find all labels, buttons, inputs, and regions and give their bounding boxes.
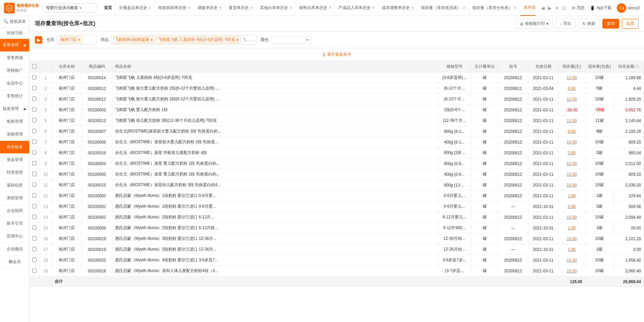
tab-close-icon[interactable]: ✕ — [250, 6, 253, 10]
row-batch: 20200612 — [498, 148, 528, 158]
tab-close-icon[interactable]: ✕ — [149, 6, 151, 10]
product-ellipsis[interactable]: 飞... — [242, 37, 250, 43]
sidebar-item-marketing[interactable]: 营销推广 — [0, 64, 29, 77]
sidebar-item-inventory[interactable]: 库存核算 — [0, 141, 29, 154]
tab-close-icon[interactable]: ✕ — [329, 6, 331, 10]
refresh-button[interactable]: ↻ 刷新 — [578, 19, 600, 29]
sidebar-quicknav[interactable]: 快捷导航 — [0, 28, 29, 39]
tab-kucun-pici[interactable]: 库存批次账 ✕ — [520, 0, 536, 16]
tab-close-icon[interactable]: ✕ — [219, 6, 222, 10]
row-checkbox[interactable] — [32, 161, 37, 165]
row-checkbox[interactable] — [32, 215, 37, 219]
color-filter-input[interactable]: ▾ — [271, 36, 311, 44]
warehouse-tag-1[interactable]: 南岸门店 ✕ — [59, 36, 82, 43]
row-checkbox[interactable] — [32, 86, 37, 90]
row-checkbox[interactable] — [32, 225, 37, 230]
tab-xiancun1[interactable]: 现存量（库存状况表） ✕ — [418, 0, 469, 16]
query-button[interactable]: 查询 — [602, 19, 619, 29]
remove-warehouse-tag-icon[interactable]: ✕ — [77, 38, 80, 42]
export-button[interactable]: ↓ 导出 — [555, 19, 576, 29]
sidebar-item-retail[interactable]: 零售管理 ▶ — [0, 39, 29, 52]
expand-arrow-button[interactable]: ▶ — [35, 36, 42, 44]
sidebar-item-ecommerce[interactable]: 电商管理 — [0, 115, 29, 128]
tab-zuzhuang[interactable]: 组装拆卸单历史 ✕ — [155, 0, 194, 16]
org-selector[interactable]: 母婴行业演示账套 ▾ — [43, 3, 97, 12]
settings-button[interactable]: 设置 — [622, 19, 639, 29]
product-tag-2[interactable]: 飞鹤星飞帆 儿童奶粉 4段(3-6岁适用) 700克 ✕ — [156, 36, 241, 43]
messages-button[interactable]: ✉ 消息 — [572, 5, 585, 11]
row-unit: 罐 — [471, 223, 498, 233]
sidebar-item-wechat[interactable]: 企业微信 — [0, 243, 29, 256]
sidebar-item-collab[interactable]: 企业协同 — [0, 205, 29, 217]
row-batch: — — [498, 244, 528, 255]
tab-close-icon[interactable]: ✕ — [372, 6, 375, 10]
ellipsis-more[interactable]: ... — [251, 38, 254, 42]
sidebar-item-retail-stats[interactable]: 零售统计 — [0, 90, 29, 103]
tab-cailiao[interactable]: 材料出库单历史 ✕ — [296, 0, 335, 16]
row-qty-pkg: 1罐 — [585, 223, 614, 233]
product-tag-1[interactable]: 飞鹤奶粉3段两提装 ✕ — [113, 36, 155, 43]
arrow-right-icon[interactable]: ▶ — [547, 5, 553, 11]
row-checkbox[interactable] — [32, 140, 37, 144]
row-checkbox[interactable] — [32, 268, 37, 273]
row-qty-main: 2.00 — [558, 201, 585, 212]
sidebar-item-wholesale[interactable]: 批发管理 ▶ — [0, 103, 29, 115]
product-filter-tags[interactable]: 飞鹤奶粉3段两提装 ✕ 飞鹤星飞帆 儿童奶粉 4段(3-6岁适用) 700克 ✕… — [111, 35, 257, 45]
sidebar-item-ops[interactable]: 经营管理 — [0, 166, 29, 179]
tab-chengpin[interactable]: 产成品入库单历史 ✕ — [335, 0, 378, 16]
row-checkbox[interactable] — [32, 172, 37, 176]
row-checkbox[interactable] — [32, 182, 37, 187]
tab-qitachu[interactable]: 其他出库单历史 ✕ — [257, 0, 296, 16]
row-checkbox[interactable] — [32, 258, 37, 262]
row-code: 00100018 — [82, 266, 112, 276]
app-download-button[interactable]: 📱 App下载 — [590, 5, 611, 11]
tab-fenliang[interactable]: 分量盘点单历史 ✕ — [116, 0, 155, 16]
sidebar-item-vip[interactable]: 畅会员 — [0, 256, 29, 268]
row-checkbox[interactable] — [32, 236, 37, 240]
maximize-icon[interactable]: ⊡ — [561, 5, 568, 11]
warehouse-filter-tags[interactable]: 南岸门店 ✕ — [56, 35, 97, 45]
select-all-checkbox[interactable] — [32, 64, 37, 68]
row-checkbox[interactable] — [32, 247, 37, 251]
row-checkbox[interactable] — [32, 150, 37, 155]
sidebar-item-system[interactable]: 系统管理 — [0, 192, 29, 205]
sidebar-item-mall[interactable]: 零售商城 — [0, 52, 29, 64]
expand-more-button[interactable]: ⊻ 展开更多条件 — [320, 50, 354, 59]
row-warehouse: 南岸门店 — [52, 72, 82, 83]
tab-xiancun2[interactable]: 现存量（库存分布表） ✕ — [469, 0, 520, 16]
tab-close-icon[interactable]: ✕ — [514, 6, 517, 10]
row-checkbox[interactable] — [32, 204, 37, 208]
row-checkbox[interactable] — [32, 193, 37, 198]
tab-diaopo[interactable]: 调拨单历史 ✕ — [194, 0, 225, 16]
row-warehouse: 南岸门店 — [52, 223, 82, 233]
row-checkbox[interactable] — [32, 97, 37, 101]
sidebar-item-basic[interactable]: 基础信息 — [0, 179, 29, 192]
sidebar-item-purchase[interactable]: 采购管理 — [0, 128, 29, 141]
row-checkbox[interactable] — [32, 107, 37, 112]
row-num: 15 — [40, 223, 52, 233]
print-button[interactable]: 🖨 按模板打印 ▾ — [515, 19, 553, 29]
table-row: 1 南岸门店 00100014 飞鹤星飞帆 儿童奶粉 4段(3-6岁适用) 70… — [30, 72, 644, 83]
close-all-icon[interactable]: ✕ — [554, 5, 560, 11]
sidebar-item-appstore[interactable]: 应用中心 — [0, 230, 29, 243]
tab-home[interactable]: 首页 — [101, 0, 116, 16]
arrow-left-icon[interactable]: ◀ — [540, 5, 546, 11]
tab-close-icon[interactable]: ✕ — [463, 6, 465, 10]
sidebar-item-newbie[interactable]: 新手引导 — [0, 217, 29, 230]
remove-product-tag2-icon[interactable]: ✕ — [236, 38, 239, 42]
tab-close-icon[interactable]: ✕ — [289, 6, 292, 10]
row-checkbox[interactable] — [32, 118, 37, 122]
remove-product-tag1-icon[interactable]: ✕ — [150, 38, 153, 42]
tab-close-icon[interactable]: ✕ — [411, 6, 414, 10]
tab-yaohuo[interactable]: 要货单历史 ✕ — [225, 0, 257, 16]
row-checkbox[interactable] — [32, 129, 37, 133]
info-icon[interactable]: ⓘ — [636, 64, 639, 68]
sidebar-search[interactable]: 🔍 搜索菜单 — [0, 16, 29, 28]
sidebar-item-finance[interactable]: 资金管理 — [0, 154, 29, 166]
row-num: 7 — [40, 137, 52, 148]
user-menu[interactable]: Ea demo2 — [617, 3, 640, 13]
sidebar-item-member[interactable]: 会员中心 — [0, 77, 29, 90]
tab-close-icon[interactable]: ✕ — [188, 6, 191, 10]
tab-chengben[interactable]: 成本调整单历史 ✕ — [378, 0, 418, 16]
row-checkbox[interactable] — [32, 75, 37, 79]
